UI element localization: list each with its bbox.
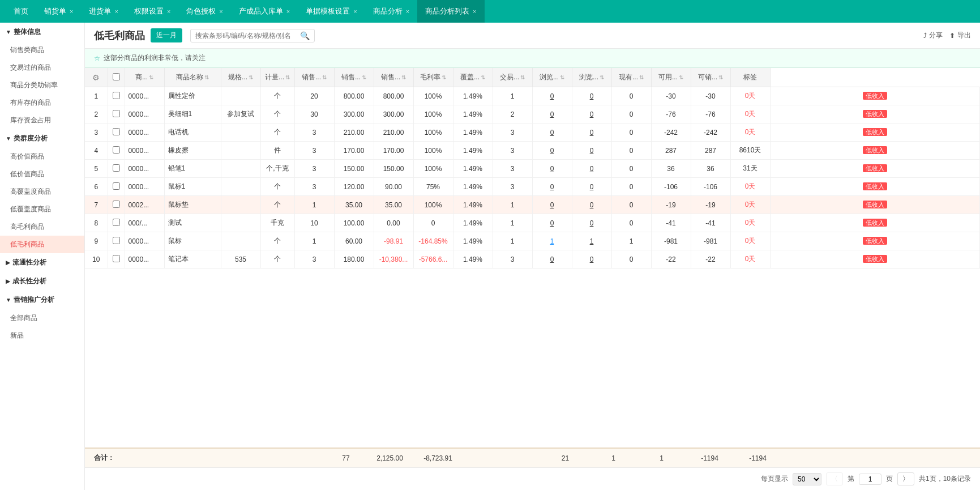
th-sales-amount[interactable]: 销售...⇅ bbox=[334, 68, 374, 87]
page-input[interactable] bbox=[859, 474, 881, 485]
nav-role-close[interactable]: × bbox=[219, 8, 222, 15]
row-browse1[interactable]: 0 bbox=[572, 123, 611, 142]
row-trade[interactable]: 0 bbox=[532, 250, 572, 269]
th-code[interactable]: 商...⇅ bbox=[125, 68, 164, 87]
sidebar-item-low-margin[interactable]: 低毛利商品 bbox=[0, 236, 84, 253]
row-checkbox[interactable] bbox=[113, 237, 120, 244]
th-checkbox[interactable] bbox=[108, 68, 125, 87]
nav-sales-order[interactable]: 销货单 × bbox=[36, 0, 81, 23]
row-browse1[interactable]: 0 bbox=[572, 105, 611, 123]
th-coverage[interactable]: 覆盖...⇅ bbox=[453, 68, 493, 87]
row-browse1[interactable]: 0 bbox=[572, 160, 611, 178]
row-checkbox-cell[interactable] bbox=[108, 232, 125, 250]
row-checkbox[interactable] bbox=[113, 92, 120, 99]
sidebar-item-new-goods[interactable]: 新品 bbox=[0, 327, 84, 344]
sidebar-item-high-margin[interactable]: 高毛利商品 bbox=[0, 218, 84, 236]
row-checkbox[interactable] bbox=[113, 164, 120, 172]
row-checkbox[interactable] bbox=[113, 255, 120, 262]
prev-page-button[interactable]: 〈 bbox=[826, 472, 843, 485]
row-trade[interactable]: 0 bbox=[532, 87, 572, 105]
trade-link[interactable]: 1 bbox=[550, 237, 554, 245]
row-trade[interactable]: 0 bbox=[532, 142, 572, 160]
row-checkbox-cell[interactable] bbox=[108, 196, 125, 214]
search-input[interactable] bbox=[195, 32, 300, 40]
th-name[interactable]: 商品名称⇅ bbox=[164, 68, 221, 87]
sidebar-item-stock-goods[interactable]: 有库存的商品 bbox=[0, 94, 84, 112]
sidebar-item-high-coverage[interactable]: 高覆盖度商品 bbox=[0, 183, 84, 201]
row-browse1[interactable]: 0 bbox=[572, 214, 611, 232]
row-checkbox-cell[interactable] bbox=[108, 87, 125, 105]
row-checkbox[interactable] bbox=[113, 201, 120, 208]
row-browse1[interactable]: 0 bbox=[572, 196, 611, 214]
row-browse1[interactable]: 1 bbox=[572, 232, 611, 250]
row-trade[interactable]: 0 bbox=[532, 214, 572, 232]
date-filter-button[interactable]: 近一月 bbox=[151, 28, 182, 42]
trade-link[interactable]: 0 bbox=[550, 165, 554, 173]
row-checkbox-cell[interactable] bbox=[108, 105, 125, 123]
nav-goods-list-close[interactable]: × bbox=[473, 8, 476, 15]
nav-goods-analysis[interactable]: 商品分析 × bbox=[365, 0, 417, 23]
th-unit[interactable]: 计量...⇅ bbox=[260, 68, 294, 87]
row-checkbox-cell[interactable] bbox=[108, 160, 125, 178]
th-sales-profit[interactable]: 销售...⇅ bbox=[374, 68, 413, 87]
trade-link[interactable]: 0 bbox=[550, 183, 554, 191]
row-checkbox-cell[interactable] bbox=[108, 214, 125, 232]
sidebar-section-marketing[interactable]: ▼ 营销推广分析 bbox=[0, 291, 84, 309]
select-all-checkbox[interactable] bbox=[113, 73, 120, 80]
th-sales-qty[interactable]: 销售...⇅ bbox=[294, 68, 334, 87]
next-page-button[interactable]: 〉 bbox=[897, 472, 914, 485]
nav-role[interactable]: 角色授权 × bbox=[178, 0, 230, 23]
sidebar-item-low-coverage[interactable]: 低覆盖度商品 bbox=[0, 201, 84, 218]
nav-permission-close[interactable]: × bbox=[167, 8, 170, 15]
sidebar-section-group[interactable]: ▼ 类群度分析 bbox=[0, 129, 84, 148]
nav-purchase[interactable]: 进货单 × bbox=[81, 0, 126, 23]
nav-sales-close[interactable]: × bbox=[70, 8, 73, 15]
nav-product-in[interactable]: 产成品入库单 × bbox=[231, 0, 298, 23]
row-checkbox-cell[interactable] bbox=[108, 178, 125, 196]
nav-home[interactable]: 首页 bbox=[6, 0, 36, 23]
row-browse1[interactable]: 0 bbox=[572, 142, 611, 160]
nav-goods-analysis-close[interactable]: × bbox=[406, 8, 409, 15]
row-trade[interactable]: 0 bbox=[532, 178, 572, 196]
sidebar-item-capital[interactable]: 库存资金占用 bbox=[0, 112, 84, 129]
sidebar-item-all-goods[interactable]: 全部商品 bbox=[0, 309, 84, 327]
row-browse1[interactable]: 0 bbox=[572, 250, 611, 269]
row-checkbox[interactable] bbox=[113, 146, 120, 154]
sidebar-section-growth[interactable]: ▶ 成长性分析 bbox=[0, 272, 84, 291]
share-button[interactable]: ⤴ 分享 bbox=[923, 31, 943, 40]
nav-template-close[interactable]: × bbox=[353, 8, 357, 15]
row-trade[interactable]: 0 bbox=[532, 196, 572, 214]
trade-link[interactable]: 0 bbox=[550, 219, 554, 227]
th-gross-rate[interactable]: 毛利率⇅ bbox=[413, 68, 453, 87]
th-sellable[interactable]: 可销...⇅ bbox=[691, 68, 730, 87]
nav-template[interactable]: 单据模板设置 × bbox=[298, 0, 365, 23]
row-checkbox[interactable] bbox=[113, 182, 120, 190]
nav-permission[interactable]: 权限设置 × bbox=[126, 0, 178, 23]
sidebar-item-category-rate[interactable]: 商品分类助销率 bbox=[0, 76, 84, 94]
sidebar-item-traded-goods[interactable]: 交易过的商品 bbox=[0, 59, 84, 76]
sidebar-item-high-value[interactable]: 高价值商品 bbox=[0, 148, 84, 165]
row-checkbox[interactable] bbox=[113, 110, 120, 117]
th-browse2[interactable]: 浏览...⇅ bbox=[572, 68, 611, 87]
trade-link[interactable]: 0 bbox=[550, 255, 554, 263]
th-available[interactable]: 可用...⇅ bbox=[651, 68, 691, 87]
trade-link[interactable]: 0 bbox=[550, 92, 554, 100]
th-stock[interactable]: 现有...⇅ bbox=[611, 68, 651, 87]
row-checkbox-cell[interactable] bbox=[108, 123, 125, 142]
trade-link[interactable]: 0 bbox=[550, 147, 554, 155]
th-settings[interactable]: ⚙ bbox=[85, 68, 108, 87]
nav-purchase-close[interactable]: × bbox=[114, 8, 118, 15]
nav-goods-list[interactable]: 商品分析列表 × bbox=[417, 0, 484, 23]
row-checkbox[interactable] bbox=[113, 128, 120, 135]
row-checkbox[interactable] bbox=[113, 219, 120, 226]
th-trade[interactable]: 交易...⇅ bbox=[493, 68, 532, 87]
row-browse1[interactable]: 0 bbox=[572, 178, 611, 196]
row-checkbox-cell[interactable] bbox=[108, 250, 125, 269]
search-icon[interactable]: 🔍 bbox=[300, 31, 310, 40]
th-spec[interactable]: 规格...⇅ bbox=[221, 68, 260, 87]
sidebar-item-low-value[interactable]: 低价值商品 bbox=[0, 165, 84, 183]
row-trade[interactable]: 1 bbox=[532, 232, 572, 250]
sidebar-item-sales-goods[interactable]: 销售类商品 bbox=[0, 41, 84, 59]
settings-icon[interactable]: ⚙ bbox=[92, 73, 100, 82]
row-trade[interactable]: 0 bbox=[532, 123, 572, 142]
